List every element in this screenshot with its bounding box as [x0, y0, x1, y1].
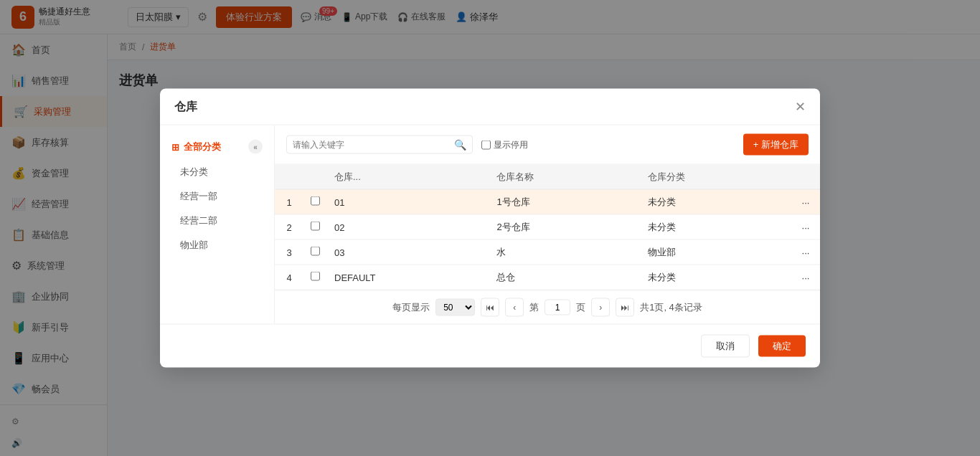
page-first-button[interactable]: ⏮ [481, 298, 499, 317]
table-row[interactable]: 4 DEFAULT 总仓 未分类 ··· [275, 265, 820, 290]
col-num [275, 165, 303, 190]
total-info: 共1页, 4条记录 [640, 301, 702, 314]
category-item-物业部[interactable]: 物业部 [160, 233, 274, 257]
row-code: 03 [327, 239, 489, 265]
row-action[interactable]: ··· [791, 239, 820, 265]
row-action[interactable]: ··· [791, 265, 820, 290]
row-checkbox-cell [303, 265, 327, 290]
row-num: 4 [275, 265, 303, 290]
row-num: 2 [275, 214, 303, 239]
pagination: 每页显示 50 100 200 ⏮ ‹ 第 页 › ⏭ 共1页, 4条记录 [275, 290, 820, 324]
row-checkbox-cell [303, 189, 327, 214]
row-checkbox-cell [303, 214, 327, 239]
category-item-未分类[interactable]: 未分类 [160, 160, 274, 184]
modal-body: ⊞ 全部分类 « 未分类经营一部经营二部物业部 🔍 显示停用 + 新增仓库 [160, 125, 820, 324]
row-checkbox[interactable] [311, 272, 320, 281]
all-category-item[interactable]: ⊞ 全部分类 « [160, 134, 274, 160]
collapse-button[interactable]: « [248, 140, 263, 154]
page-prev-button[interactable]: ‹ [505, 298, 524, 317]
modal-footer: 取消 确定 [160, 324, 820, 368]
table-scroll: 仓库... 仓库名称 仓库分类 1 01 1号仓库 [275, 165, 820, 290]
show-disabled-label[interactable]: 显示停用 [481, 138, 528, 151]
grid-icon: ⊞ [171, 141, 179, 152]
warehouse-modal: 仓库 ✕ ⊞ 全部分类 « 未分类经营一部经营二部物业部 🔍 [160, 89, 820, 368]
search-icon: 🔍 [454, 139, 466, 151]
col-check [303, 165, 327, 190]
table-header-row: 仓库... 仓库名称 仓库分类 [275, 165, 820, 190]
row-category: 物业部 [641, 239, 791, 265]
row-category: 未分类 [641, 214, 791, 239]
row-checkbox-cell [303, 239, 327, 265]
cancel-button[interactable]: 取消 [701, 335, 750, 358]
table-panel: 🔍 显示停用 + 新增仓库 仓库... [275, 125, 820, 324]
row-checkbox[interactable] [311, 196, 320, 206]
table-row[interactable]: 2 02 2号仓库 未分类 ··· [275, 214, 820, 239]
search-box: 🔍 [286, 136, 473, 154]
page-number-input[interactable] [545, 300, 570, 315]
row-name: 总仓 [489, 265, 640, 290]
row-category: 未分类 [641, 189, 791, 214]
category-panel: ⊞ 全部分类 « 未分类经营一部经营二部物业部 [160, 125, 275, 324]
category-item-经营二部[interactable]: 经营二部 [160, 209, 274, 233]
row-name: 1号仓库 [489, 189, 640, 214]
col-code: 仓库... [327, 165, 489, 190]
page-next-button[interactable]: › [591, 298, 610, 317]
row-name: 水 [489, 239, 640, 265]
modal-close-button[interactable]: ✕ [795, 99, 806, 115]
row-action[interactable]: ··· [791, 189, 820, 214]
table-row[interactable]: 3 03 水 物业部 ··· [275, 239, 820, 265]
modal-header: 仓库 ✕ [160, 89, 820, 125]
row-action[interactable]: ··· [791, 214, 820, 239]
page-last-button[interactable]: ⏭ [616, 298, 634, 317]
table-body: 1 01 1号仓库 未分类 ··· 2 02 2号仓库 未分类 ··· 3 03… [275, 189, 820, 290]
category-item-经营一部[interactable]: 经营一部 [160, 184, 274, 209]
confirm-button[interactable]: 确定 [758, 336, 806, 357]
row-num: 1 [275, 189, 303, 214]
row-checkbox[interactable] [311, 222, 320, 231]
table-toolbar: 🔍 显示停用 + 新增仓库 [275, 125, 820, 165]
row-checkbox[interactable] [311, 247, 320, 256]
col-category: 仓库分类 [641, 165, 791, 190]
row-code: DEFAULT [327, 265, 489, 290]
page-unit: 页 [576, 301, 585, 314]
show-disabled-checkbox[interactable] [481, 140, 491, 149]
per-page-select[interactable]: 50 100 200 [435, 299, 475, 316]
row-code: 02 [327, 214, 489, 239]
page-label: 第 [529, 301, 539, 314]
row-name: 2号仓库 [489, 214, 640, 239]
row-num: 3 [275, 239, 303, 265]
add-warehouse-button[interactable]: + 新增仓库 [743, 134, 809, 156]
row-code: 01 [327, 189, 489, 214]
warehouse-table: 仓库... 仓库名称 仓库分类 1 01 1号仓库 [275, 165, 820, 290]
col-action [791, 165, 820, 190]
modal-title: 仓库 [174, 99, 197, 114]
per-page-label: 每页显示 [392, 301, 430, 314]
col-name: 仓库名称 [489, 165, 640, 190]
table-row[interactable]: 1 01 1号仓库 未分类 ··· [275, 189, 820, 214]
row-category: 未分类 [641, 265, 791, 290]
all-category-label: 全部分类 [184, 141, 221, 153]
search-input[interactable] [293, 140, 450, 150]
